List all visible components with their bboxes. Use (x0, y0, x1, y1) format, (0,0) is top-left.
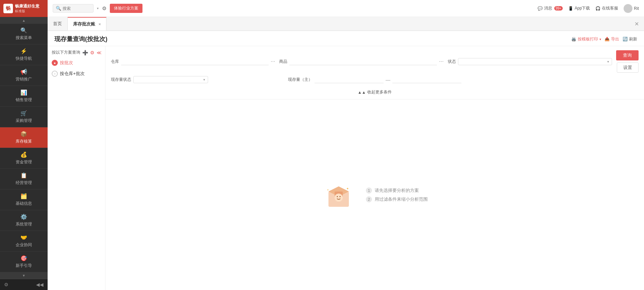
user-avatar (624, 4, 632, 13)
sidebar-scroll-down[interactable]: ▼ (0, 272, 48, 279)
warehouse-label: 仓库 (111, 59, 119, 65)
print-icon: 🖨️ (571, 37, 576, 41)
system-icon: ⚙️ (20, 214, 27, 220)
scheme-by-warehouse-batch[interactable]: ○ 按仓库+批次 (48, 68, 105, 79)
topbar-search-box[interactable]: 🔍 (53, 4, 94, 13)
app-icon: 📱 (568, 6, 573, 11)
empty-state: ✦ ✦ 1 请先选择要分析的方案 2 用过滤条件来缩小分析范围 (105, 99, 644, 290)
sidebar-item-inventory[interactable]: 📦 库存核算 (0, 127, 48, 148)
tab-inventory-batch[interactable]: 库存批次账 × (68, 17, 106, 31)
sidebar-item-newbie[interactable]: 🎯 新手引导 (0, 252, 48, 272)
inventory-qty-from[interactable] (315, 76, 384, 83)
sidebar-item-enterprise[interactable]: 🤝 企业协同 (0, 231, 48, 252)
search-input[interactable] (63, 6, 90, 11)
tab-panel-close-icon[interactable]: ✕ (629, 21, 644, 27)
experience-btn[interactable]: 体验行业方案 (110, 4, 142, 13)
purchase-icon: 🛒 (20, 110, 27, 116)
page-title: 现存量查询(按批次) (54, 35, 107, 43)
print-btn[interactable]: 🖨️ 按模板打印 ▾ (571, 36, 601, 42)
sidebar-item-finance[interactable]: 💰 资金管理 (0, 148, 48, 169)
app-download-btn[interactable]: 📱 App下载 (568, 5, 590, 11)
sidebar-item-label-inventory: 库存核算 (16, 139, 32, 144)
settings-scheme-icon[interactable]: ⚙ (90, 50, 95, 55)
sidebar-item-basic[interactable]: 🗂️ 基础信息 (0, 189, 48, 210)
enterprise-icon: 🤝 (20, 234, 27, 241)
action-buttons: 查询 设置 (616, 50, 639, 73)
filter-row-2: 现存量状态 ▾ 现存量（主） — (111, 76, 639, 83)
svg-text:✦: ✦ (327, 188, 329, 192)
sidebar-footer: ⚙ ◀◀ (0, 279, 48, 290)
inventory-qty-label: 现存量（主） (288, 77, 312, 83)
sidebar-item-label-finance: 资金管理 (16, 159, 32, 165)
collapse-sidebar-icon[interactable]: ◀◀ (36, 282, 44, 287)
user-btn[interactable]: Rit (624, 4, 639, 13)
sidebar-item-label-sales: 销售管理 (16, 97, 32, 103)
collapse-filter-btn[interactable]: ▲▲ 收起更多条件 (111, 87, 639, 95)
service-icon: 🎧 (595, 6, 600, 11)
status-select[interactable]: ▾ (458, 58, 612, 65)
operation-icon: 📋 (20, 172, 27, 179)
filter-settings-btn[interactable]: 设置 (617, 62, 639, 73)
warehouse-filter: 仓库 ··· (111, 58, 275, 65)
warehouse-input[interactable] (121, 58, 269, 65)
online-service-btn[interactable]: 🎧 在线客服 (595, 5, 618, 11)
sidebar-item-quicknav[interactable]: ⚡ 快捷导航 (0, 44, 48, 65)
body-split: 按以下方案查询 ➕ ⚙ ≪ ● 按批次 ○ 按仓库+批次 (48, 46, 644, 290)
warehouse-dots-icon[interactable]: ··· (271, 58, 275, 65)
tab-active-label: 库存批次账 (73, 21, 95, 27)
scheme-active-icon: ● (52, 60, 58, 66)
company-name: 畅康通好生意 (15, 4, 39, 9)
inventory-status-select[interactable]: ▾ (133, 76, 208, 83)
sidebar-item-label-newbie: 新手引导 (16, 263, 32, 269)
settings-icon[interactable]: ⚙ (4, 282, 9, 287)
qty-dash: — (386, 77, 390, 83)
sidebar-item-operation[interactable]: 📋 经营管理 (0, 169, 48, 189)
scheme-by-batch[interactable]: ● 按批次 (48, 57, 105, 68)
company-info: 畅康通好生意 标准版 (15, 4, 39, 14)
product-label: 商品 (279, 59, 287, 65)
user-name: Rit (634, 6, 639, 11)
tab-close-icon[interactable]: × (99, 22, 101, 26)
sidebar-item-system[interactable]: ⚙️ 系统管理 (0, 210, 48, 231)
messages-btn[interactable]: 💬 消息 99+ (538, 5, 563, 11)
inventory-status-label: 现存量状态 (111, 77, 131, 83)
main-area: 🔍 ▾ ⚙ 体验行业方案 💬 消息 99+ 📱 App下载 🎧 在线客服 Rit (48, 0, 644, 290)
inventory-qty-to[interactable] (392, 76, 461, 83)
tip-num-1: 1 (366, 187, 372, 194)
collapse-panel-icon[interactable]: ≪ (97, 50, 102, 55)
sidebar-item-marketing[interactable]: 📢 营销推广 (0, 65, 48, 86)
search-icon: 🔍 (20, 27, 27, 34)
left-panel: 按以下方案查询 ➕ ⚙ ≪ ● 按批次 ○ 按仓库+批次 (48, 46, 105, 290)
sidebar-item-label-quicknav: 快捷导航 (16, 56, 32, 61)
sidebar-item-label-operation: 经营管理 (16, 180, 32, 186)
topbar: 🔍 ▾ ⚙ 体验行业方案 💬 消息 99+ 📱 App下载 🎧 在线客服 Rit (48, 0, 644, 17)
sidebar-scroll-up[interactable]: ▲ (0, 17, 48, 24)
query-btn[interactable]: 查询 (616, 50, 639, 60)
sidebar: 畅 畅康通好生意 标准版 ▲ 🔍 搜索菜单⚡ 快捷导航📢 营销推广📊 销售管理🛒… (0, 0, 48, 290)
collapse-icon: ▲▲ (358, 90, 366, 95)
add-scheme-icon[interactable]: ➕ (82, 50, 88, 55)
refresh-btn[interactable]: 🔄 刷新 (623, 36, 637, 42)
sidebar-item-label-basic: 基础信息 (16, 201, 32, 206)
inventory-qty-filter: 现存量（主） — (288, 76, 461, 83)
left-panel-actions: ➕ ⚙ ≪ (82, 50, 102, 55)
sidebar-item-label-purchase: 采购管理 (16, 118, 32, 124)
topbar-gear-icon[interactable]: ⚙ (102, 5, 106, 12)
edition-label: 标准版 (15, 9, 39, 13)
product-input[interactable] (289, 58, 437, 65)
svg-text:✦: ✦ (346, 187, 349, 191)
sidebar-item-purchase[interactable]: 🛒 采购管理 (0, 107, 48, 127)
sidebar-item-sales[interactable]: 📊 销售管理 (0, 86, 48, 107)
topbar-chevron-icon[interactable]: ▾ (97, 6, 99, 10)
inv-status-chevron-icon: ▾ (203, 78, 205, 81)
search-icon: 🔍 (56, 6, 61, 11)
product-filter: 商品 ··· (279, 58, 443, 65)
newbie-icon: 🎯 (20, 255, 27, 261)
product-dots-icon[interactable]: ··· (439, 58, 443, 65)
sidebar-item-label-search: 搜索菜单 (16, 35, 32, 41)
sidebar-item-search[interactable]: 🔍 搜索菜单 (0, 24, 48, 44)
marketing-icon: 📢 (20, 69, 27, 75)
basic-icon: 🗂️ (20, 193, 27, 199)
tab-home[interactable]: 首页 (48, 17, 68, 30)
export-btn[interactable]: 📤 导出 (605, 36, 619, 42)
